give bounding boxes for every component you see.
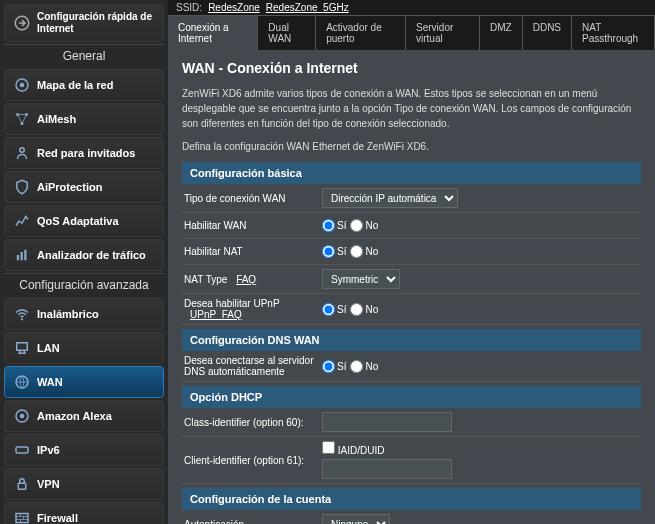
svg-rect-9 [24,250,26,261]
tab-ddns[interactable]: DDNS [523,16,572,50]
sidebar-item-shield[interactable]: AiProtection [4,171,164,203]
section-dns: Configuración DNS WAN [182,329,641,351]
faq-nat-type[interactable]: FAQ [236,274,256,285]
sidebar-item-label: Configuración rápida de Internet [37,11,155,35]
radio-enable-wan-no[interactable] [350,219,363,232]
sidebar-item-label: LAN [37,342,60,354]
svg-rect-15 [16,447,28,453]
svg-point-10 [21,318,23,320]
firewall-icon [13,509,31,524]
svg-point-6 [20,148,25,153]
wan-icon [13,373,31,391]
sidebar-item-label: VPN [37,478,60,490]
sidebar-item-map[interactable]: Mapa de la red [4,69,164,101]
alexa-icon [13,407,31,425]
tab-activador-de-puerto[interactable]: Activador de puerto [316,16,406,50]
section-dhcp-option: Opción DHCP [182,386,641,408]
label-class-id: Class-identifier (option 60): [182,417,322,428]
sidebar-item-label: Amazon Alexa [37,410,112,422]
sidebar-item-vpn[interactable]: VPN [4,468,164,500]
sidebar-item-label: WAN [37,376,63,388]
radio-upnp-yes[interactable] [322,303,335,316]
svg-rect-16 [18,483,26,489]
vpn-icon [13,475,31,493]
checkbox-iaid[interactable] [322,441,335,454]
radio-dns-no[interactable] [350,360,363,373]
sidebar-item-wifi[interactable]: Inalámbrico [4,298,164,330]
svg-rect-11 [17,343,28,351]
sidebar-item-wan[interactable]: WAN [4,366,164,398]
tab-dmz[interactable]: DMZ [480,16,523,50]
label-enable-nat: Habilitar NAT [182,246,322,257]
svg-point-2 [20,83,25,88]
sidebar-item-label: QoS Adaptativa [37,215,119,227]
sidebar-item-label: AiProtection [37,181,102,193]
ssid-link-1[interactable]: RedesZone [208,2,260,13]
sidebar-item-label: Inalámbrico [37,308,99,320]
ssid-label: SSID: [176,2,202,13]
sidebar-item-guest[interactable]: Red para invitados [4,137,164,169]
lan-icon [13,339,31,357]
radio-upnp-no[interactable] [350,303,363,316]
page-title: WAN - Conexión a Internet [182,60,641,76]
sidebar-item-lan[interactable]: LAN [4,332,164,364]
sidebar-item-label: IPv6 [37,444,60,456]
sidebar: Configuración rápida de Internet General… [0,0,168,524]
section-header-general: General [4,44,164,67]
sidebar-item-label: Firewall [37,512,78,524]
map-icon [13,76,31,94]
ssid-link-2[interactable]: RedesZone_5GHz [266,2,349,13]
ipv6-icon [13,441,31,459]
qos-icon [13,212,31,230]
traffic-icon [13,246,31,264]
page-description-2: Defina la configuración WAN Ethernet de … [182,139,641,154]
label-enable-wan: Habilitar WAN [182,220,322,231]
sidebar-item-label: Mapa de la red [37,79,113,91]
mesh-icon [13,110,31,128]
sidebar-item-quick-setup[interactable]: Configuración rápida de Internet [4,4,164,42]
radio-enable-wan-yes[interactable] [322,219,335,232]
sidebar-item-label: Analizador de tráfico [37,249,146,261]
tab-nat-passthrough[interactable]: NAT Passthrough [572,16,655,50]
tab-conexión-a-internet[interactable]: Conexión a Internet [168,16,258,50]
label-dns-auto: Desea conectarse al servidor DNS automát… [182,355,322,377]
sidebar-item-qos[interactable]: QoS Adaptativa [4,205,164,237]
radio-enable-nat-no[interactable] [350,245,363,258]
svg-rect-8 [21,252,23,260]
label-nat-type: NAT Type FAQ [182,274,322,285]
input-client-id[interactable] [322,459,452,479]
ssid-bar: SSID: RedesZone RedesZone_5GHz [168,0,655,15]
tab-dual-wan[interactable]: Dual WAN [258,16,316,50]
select-nat-type[interactable]: Symmetric [322,269,400,289]
sidebar-item-alexa[interactable]: Amazon Alexa [4,400,164,432]
wifi-icon [13,305,31,323]
section-header-advanced: Configuración avanzada [4,273,164,296]
select-wan-type[interactable]: Dirección IP automática [322,188,458,208]
tab-servidor-virtual[interactable]: Servidor virtual [406,16,480,50]
svg-point-14 [20,414,25,419]
sidebar-item-traffic[interactable]: Analizador de tráfico [4,239,164,271]
input-class-id[interactable] [322,412,452,432]
globe-arrow-icon [13,14,31,32]
svg-rect-7 [17,255,19,260]
radio-dns-yes[interactable] [322,360,335,373]
sidebar-item-firewall[interactable]: Firewall [4,502,164,524]
main-panel: SSID: RedesZone RedesZone_5GHz Conexión … [168,0,655,524]
sidebar-item-mesh[interactable]: AiMesh [4,103,164,135]
sidebar-item-label: AiMesh [37,113,76,125]
sidebar-item-ipv6[interactable]: IPv6 [4,434,164,466]
label-wan-type: Tipo de conexión WAN [182,193,322,204]
label-upnp: Desea habilitar UPnP UPnP_FAQ [182,298,322,320]
faq-upnp[interactable]: UPnP_FAQ [190,309,242,320]
guest-icon [13,144,31,162]
tab-bar: Conexión a InternetDual WANActivador de … [168,15,655,50]
radio-enable-nat-yes[interactable] [322,245,335,258]
sidebar-item-label: Red para invitados [37,147,135,159]
svg-rect-17 [16,514,28,523]
section-basic: Configuración básica [182,162,641,184]
select-auth[interactable]: Ninguno [322,514,390,524]
label-client-id: Client-identifier (option 61): [182,455,322,466]
page-description-1: ZenWiFi XD6 admite varios tipos de conex… [182,86,641,131]
label-auth: Autenticación [182,519,322,525]
section-account: Configuración de la cuenta [182,488,641,510]
